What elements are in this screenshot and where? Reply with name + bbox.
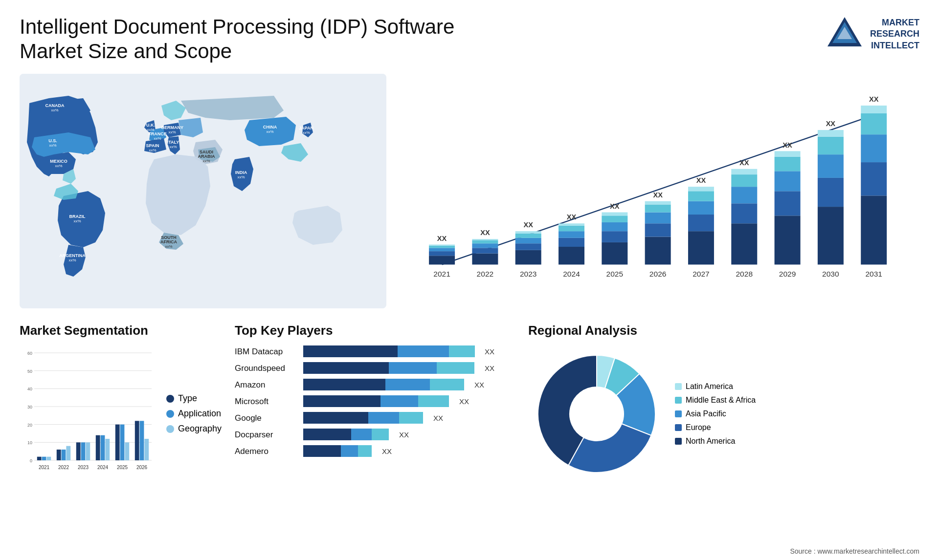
svg-text:xx%: xx% — [68, 258, 76, 262]
svg-text:2028: 2028 — [736, 269, 753, 278]
svg-rect-141 — [96, 435, 100, 460]
svg-rect-168 — [303, 429, 351, 440]
player-name: Docparser — [235, 430, 298, 440]
svg-text:CANADA: CANADA — [45, 103, 65, 108]
pie-legend-item: Europe — [675, 423, 756, 432]
legend-label: Application — [178, 409, 221, 419]
svg-text:30: 30 — [27, 405, 32, 409]
svg-rect-142 — [101, 435, 105, 460]
svg-text:xx%: xx% — [165, 244, 172, 249]
svg-text:xx%: xx% — [266, 129, 273, 134]
svg-rect-80 — [688, 231, 714, 264]
svg-rect-169 — [351, 429, 372, 440]
svg-text:xx%: xx% — [154, 136, 161, 141]
svg-text:U.S.: U.S. — [48, 138, 57, 143]
svg-text:XX: XX — [610, 202, 620, 210]
svg-rect-157 — [389, 362, 437, 374]
key-players-title: Top Key Players — [235, 323, 518, 338]
svg-text:xx%: xx% — [51, 108, 58, 112]
svg-rect-95 — [775, 191, 801, 215]
player-row: AdemeroXX — [235, 445, 518, 458]
svg-rect-111 — [861, 113, 887, 134]
seg-legend-item: Geography — [166, 424, 222, 434]
header: Intelligent Document Processing (IDP) So… — [20, 15, 919, 64]
svg-rect-60 — [559, 238, 584, 247]
player-name: Microsoft — [235, 397, 298, 407]
seg-legend: TypeApplicationGeography — [166, 393, 222, 434]
seg-chart-wrap: 0102030405060202120222023202420252026 Ty… — [20, 345, 225, 482]
svg-text:2027: 2027 — [693, 269, 710, 278]
svg-rect-53 — [515, 243, 541, 250]
player-row: GoogleXX — [235, 412, 518, 425]
svg-rect-134 — [62, 450, 66, 460]
svg-rect-147 — [125, 442, 129, 460]
player-bar-svg — [303, 345, 477, 358]
svg-rect-82 — [688, 201, 714, 214]
world-map-svg: CANADA xx% U.S. xx% MEXICO xx% BRAZIL xx… — [20, 74, 386, 308]
player-value: XX — [382, 447, 392, 455]
segmentation-title: Market Segmentation — [20, 323, 225, 338]
svg-rect-167 — [399, 412, 423, 424]
svg-rect-172 — [341, 445, 358, 457]
svg-rect-54 — [515, 238, 541, 243]
svg-text:2022: 2022 — [58, 465, 69, 470]
svg-text:xx%: xx% — [73, 219, 81, 223]
svg-rect-81 — [688, 215, 714, 231]
svg-rect-129 — [37, 456, 42, 460]
player-value: XX — [485, 364, 494, 372]
player-value: XX — [485, 347, 494, 356]
logo-icon — [825, 15, 864, 54]
svg-text:AFRICA: AFRICA — [160, 239, 177, 244]
svg-rect-164 — [418, 395, 449, 407]
svg-rect-151 — [144, 439, 149, 460]
svg-rect-139 — [86, 442, 90, 460]
player-row: AmazonXX — [235, 379, 518, 391]
pie-legend: Latin AmericaMiddle East & AfricaAsia Pa… — [675, 382, 756, 446]
legend-dot — [166, 410, 174, 418]
pie-legend-item: Middle East & Africa — [675, 396, 756, 405]
pie-legend-item: Asia Pacific — [675, 409, 756, 418]
regional-container: Regional Analysis Latin AmericaMiddle Ea… — [528, 323, 919, 504]
svg-text:2025: 2025 — [117, 465, 128, 470]
svg-rect-77 — [645, 201, 671, 204]
svg-rect-150 — [140, 421, 144, 460]
svg-text:ITALY: ITALY — [167, 140, 179, 145]
svg-text:XX: XX — [480, 229, 490, 237]
player-bar-svg — [303, 429, 391, 441]
key-players-container: Top Key Players IBM DatacapXXGroundspeed… — [235, 323, 518, 504]
svg-rect-55 — [515, 233, 541, 237]
svg-rect-170 — [372, 429, 389, 440]
svg-rect-138 — [81, 442, 86, 460]
svg-rect-154 — [398, 345, 449, 357]
svg-rect-89 — [731, 187, 757, 203]
svg-rect-38 — [429, 256, 455, 264]
player-value: XX — [459, 397, 469, 406]
svg-rect-133 — [57, 450, 61, 460]
svg-text:XX: XX — [437, 234, 447, 242]
svg-rect-70 — [602, 212, 627, 215]
svg-rect-68 — [602, 222, 627, 231]
svg-text:2030: 2030 — [822, 269, 839, 278]
svg-text:40: 40 — [27, 387, 32, 391]
svg-rect-159 — [303, 379, 385, 390]
player-value: XX — [474, 381, 484, 389]
pie-legend-dot — [675, 438, 682, 445]
pie-legend-dot — [675, 397, 682, 404]
svg-text:60: 60 — [27, 351, 32, 356]
svg-rect-155 — [449, 345, 475, 357]
svg-rect-105 — [818, 130, 844, 137]
seg-legend-item: Type — [166, 393, 222, 404]
svg-rect-171 — [303, 445, 341, 457]
svg-rect-104 — [818, 137, 844, 154]
player-bar-svg — [303, 445, 374, 458]
pie-legend-label: Europe — [686, 423, 711, 432]
pie-legend-label: Middle East & Africa — [686, 396, 756, 405]
pie-legend-label: Latin America — [686, 382, 733, 391]
svg-text:xx%: xx% — [49, 143, 56, 148]
svg-text:xx%: xx% — [202, 159, 210, 163]
logo-area: MARKET RESEARCH INTELLECT — [825, 15, 919, 54]
svg-rect-59 — [559, 247, 584, 264]
svg-rect-101 — [818, 207, 844, 264]
svg-text:XX: XX — [653, 191, 663, 199]
player-bar-svg — [303, 412, 425, 425]
